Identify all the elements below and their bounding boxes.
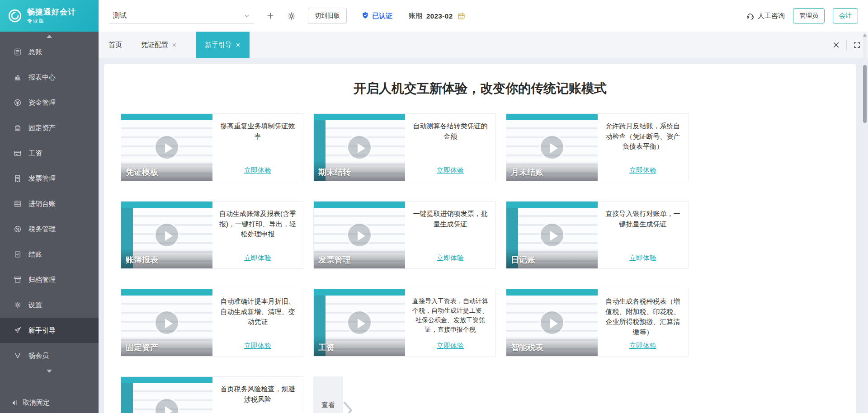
- certified-label: 已认证: [372, 12, 392, 20]
- feature-card-invoice-management: 发票管理 一键提取进销项发票，批量生成凭证 立即体验: [313, 201, 496, 269]
- vertical-scrollbar[interactable]: [863, 33, 867, 412]
- report-icon: [14, 73, 22, 81]
- period-value: 2023-02: [426, 12, 453, 20]
- play-icon: [347, 135, 372, 160]
- sidebar-item-beginner-guide[interactable]: 新手引导: [0, 318, 99, 343]
- fund-icon: [14, 99, 22, 107]
- ledger-icon: [14, 48, 22, 56]
- add-button[interactable]: [266, 11, 275, 20]
- fullscreen-icon[interactable]: [853, 41, 861, 49]
- settings-gear-icon[interactable]: [287, 11, 296, 21]
- certified-badge[interactable]: 已认证: [361, 11, 392, 21]
- video-thumbnail[interactable]: 固定资产: [121, 289, 212, 356]
- play-icon: [347, 310, 372, 335]
- feature-card-smart-tax-forms: 智能税表 自动生成各税种税表（增值税、附加税、印花税、企业所得税预缴、汇算清缴等…: [506, 289, 689, 357]
- admin-role-button[interactable]: 管理员: [793, 8, 825, 23]
- sidebar-item-fund-management[interactable]: 资金管理: [0, 90, 99, 115]
- sidebar-item-label: 畅会员: [28, 352, 49, 360]
- sidebar-item-label: 总账: [28, 48, 42, 56]
- try-now-link[interactable]: 立即体验: [244, 342, 271, 350]
- workspace: 首页 凭证配置 新手引导 开启人机交互新体验，改变你的传统记账模式: [99, 32, 868, 413]
- video-title: 日记账: [511, 254, 535, 265]
- try-now-link[interactable]: 立即体验: [437, 254, 464, 263]
- try-now-link[interactable]: 立即体验: [437, 342, 464, 350]
- video-title: 凭证模板: [126, 167, 158, 178]
- video-title: 工资: [318, 342, 335, 353]
- main-content: 开启人机交互新体验，改变你的传统记账模式 凭证模板 提高重复业务填制凭证效率 立…: [99, 58, 868, 413]
- feature-description: 提高重复业务填制凭证效率: [218, 121, 297, 141]
- sidebar-item-member[interactable]: 畅会员: [0, 343, 99, 368]
- video-thumbnail[interactable]: 期末结转: [314, 114, 405, 181]
- feature-card-voucher-template: 凭证模板 提高重复业务填制凭证效率 立即体验: [121, 113, 303, 181]
- video-thumbnail[interactable]: 智能税表: [506, 289, 598, 356]
- accounting-period-control[interactable]: 账期 2023-02: [409, 12, 466, 20]
- collapse-left-icon: [11, 399, 19, 407]
- account-set-value: 测试: [113, 11, 127, 20]
- video-thumbnail[interactable]: 月末结账: [506, 114, 598, 181]
- play-icon: [539, 222, 565, 248]
- play-icon: [154, 222, 179, 248]
- sidebar-item-closing[interactable]: 结账: [0, 242, 99, 267]
- video-title: 月末结账: [511, 167, 543, 178]
- accountant-role-button[interactable]: 会计: [833, 8, 858, 23]
- video-thumbnail[interactable]: 账簿报表: [121, 202, 212, 268]
- sidebar-item-label: 税务管理: [28, 225, 56, 234]
- sidebar-item-fixed-assets[interactable]: 固定资产: [0, 115, 99, 141]
- sidebar-item-settings[interactable]: 设置: [0, 292, 99, 318]
- invoice-icon: [14, 174, 22, 183]
- sidebar-scroll-up-icon[interactable]: [47, 35, 52, 38]
- archive-icon: [14, 276, 22, 284]
- try-now-link[interactable]: 立即体验: [244, 254, 271, 263]
- try-now-link[interactable]: 立即体验: [437, 166, 464, 175]
- video-thumbnail[interactable]: 日记账: [506, 202, 598, 268]
- app-logo-icon: [7, 8, 23, 23]
- video-thumbnail[interactable]: 工资: [314, 289, 405, 356]
- sidebar-item-label: 新手引导: [28, 326, 56, 335]
- try-now-link[interactable]: 立即体验: [629, 342, 656, 350]
- sidebar-item-label: 结账: [28, 250, 42, 259]
- scrollbar-thumb[interactable]: [863, 65, 867, 123]
- see-more-label: 查看更多: [321, 399, 336, 413]
- feature-card-month-end-closing: 月末结账 允许跨月反结账，系统自动检查（凭证断号、资产负债表平衡） 立即体验: [506, 113, 689, 181]
- unpin-sidebar-button[interactable]: 取消固定: [0, 392, 99, 413]
- sidebar-item-label: 资金管理: [28, 99, 56, 107]
- scrollbar-up-icon[interactable]: [863, 34, 867, 37]
- tab-beginner-guide[interactable]: 新手引导: [196, 32, 250, 58]
- sidebar-item-label: 报表中心: [28, 73, 56, 82]
- feature-description: 直接导入工资表，自动计算个税，自动生成计提工资、社保公积金、发放工资凭证，直接申…: [410, 296, 490, 334]
- tab-voucher-config[interactable]: 凭证配置: [141, 32, 177, 58]
- consult-label: 人工咨询: [758, 12, 785, 20]
- close-all-tabs-icon[interactable]: [832, 41, 840, 49]
- sidebar-item-label: 归档管理: [28, 276, 56, 284]
- close-icon[interactable]: [172, 42, 177, 47]
- sidebar-item-payroll[interactable]: 工资: [0, 141, 99, 166]
- sidebar-item-invoice-management[interactable]: 发票管理: [0, 166, 99, 191]
- sidebar-item-label: 发票管理: [28, 174, 56, 183]
- try-now-link[interactable]: 立即体验: [629, 166, 656, 175]
- account-set-selector[interactable]: 测试: [109, 8, 254, 24]
- sidebar-item-purchase-sales-ledger[interactable]: 进销台账: [0, 191, 99, 216]
- tab-label: 新手引导: [205, 41, 232, 49]
- try-now-link[interactable]: 立即体验: [629, 254, 656, 263]
- try-now-link[interactable]: 立即体验: [244, 166, 271, 175]
- sidebar-item-general-ledger[interactable]: 总账: [0, 39, 99, 65]
- video-thumbnail[interactable]: 发票管理: [314, 202, 405, 268]
- sidebar-item-report-center[interactable]: 报表中心: [0, 65, 99, 90]
- tab-home[interactable]: 首页: [108, 32, 122, 58]
- feature-card-grid: 凭证模板 提高重复业务填制凭证效率 立即体验 期末结转 自动测算: [121, 113, 840, 413]
- close-icon[interactable]: [236, 42, 241, 47]
- sidebar-item-archive-management[interactable]: 归档管理: [0, 267, 99, 292]
- video-title: 发票管理: [318, 254, 351, 265]
- human-consult-button[interactable]: 人工咨询: [746, 12, 785, 20]
- app-title: 畅捷通好会计: [27, 8, 76, 17]
- top-header: 畅捷通好会计 专业版 测试 切到旧版 已认证 账期 2023-02: [0, 0, 868, 32]
- sidebar-item-tax-management[interactable]: 税务管理: [0, 216, 99, 242]
- switch-to-old-version-button[interactable]: 切到旧版: [308, 8, 347, 24]
- sidebar-scroll-down-icon[interactable]: [47, 370, 52, 373]
- video-thumbnail[interactable]: [121, 377, 212, 413]
- sidebar-item-label: 工资: [28, 149, 42, 158]
- see-more-button[interactable]: 查看更多: [313, 376, 343, 413]
- video-thumbnail[interactable]: 凭证模板: [121, 114, 212, 181]
- tax-icon: [14, 225, 22, 233]
- page-title: 开启人机交互新体验，改变你的传统记账模式: [121, 80, 840, 97]
